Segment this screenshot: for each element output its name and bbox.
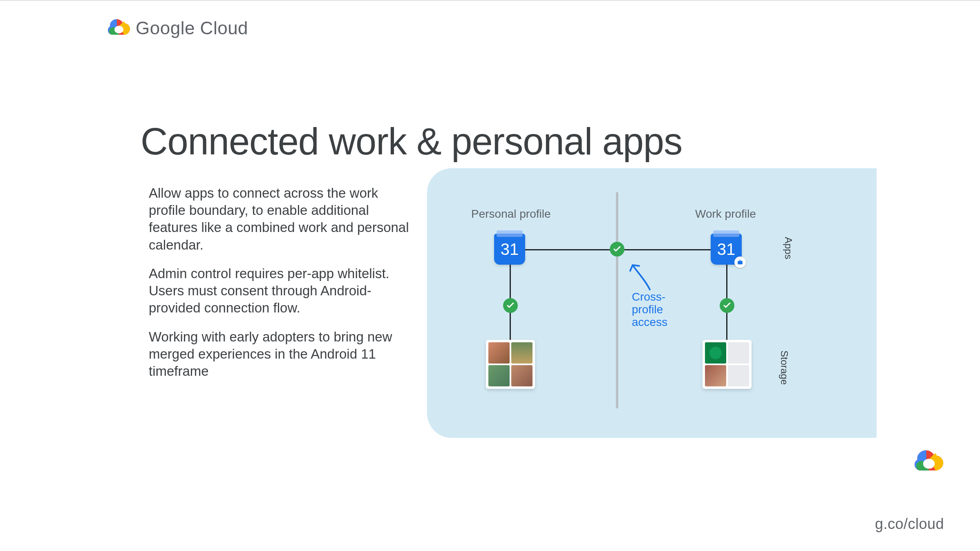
apps-side-label: Apps — [783, 237, 794, 259]
personal-storage-icon — [486, 340, 535, 389]
work-badge-icon — [734, 257, 746, 268]
slide-title: Connected work & personal apps — [141, 120, 682, 163]
profile-divider — [616, 192, 618, 408]
work-calendar-icon: 31 — [711, 234, 742, 265]
footer-url: g.co/cloud — [875, 515, 944, 533]
brand-cloud: Cloud — [195, 18, 248, 38]
paragraph-3: Working with early adopters to bring new… — [149, 328, 410, 380]
apps-connection-line — [525, 249, 728, 250]
paragraph-1: Allow apps to connect across the work pr… — [149, 185, 410, 254]
google-cloud-icon — [108, 19, 130, 37]
personal-profile-label: Personal profile — [471, 207, 551, 221]
work-profile-label: Work profile — [695, 207, 756, 221]
brand-logo: Google Cloud — [108, 18, 248, 38]
cross-profile-check-icon — [610, 242, 624, 257]
cross-profile-label: Cross- profile access — [632, 291, 667, 328]
storage-side-label: Storage — [779, 350, 790, 385]
personal-calendar-icon: 31 — [494, 234, 525, 265]
body-text: Allow apps to connect across the work pr… — [149, 185, 410, 391]
svg-point-1 — [923, 459, 935, 468]
work-storage-icon — [703, 340, 752, 389]
diagram-panel: Personal profile Work profile 31 31 — [427, 168, 877, 438]
svg-point-0 — [114, 26, 123, 33]
work-check-icon — [720, 298, 734, 313]
personal-calendar-day: 31 — [501, 240, 519, 259]
brand-text: Google Cloud — [136, 18, 248, 38]
google-cloud-icon-small — [915, 450, 943, 475]
paragraph-2: Admin control requires per-app whitelist… — [149, 265, 410, 317]
slide: Google Cloud Connected work & personal a… — [0, 0, 980, 551]
brand-google: Google — [136, 18, 195, 38]
cross-profile-arrow-icon — [629, 260, 658, 294]
personal-check-icon — [503, 298, 518, 313]
work-calendar-day: 31 — [717, 240, 736, 259]
